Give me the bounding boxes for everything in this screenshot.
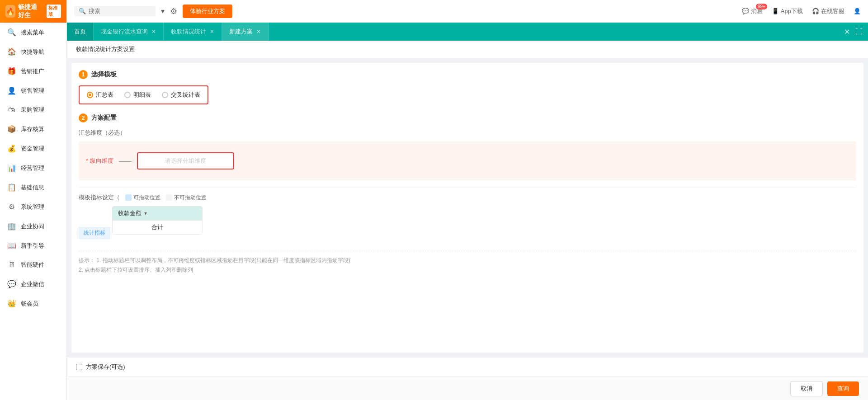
sidebar-item-hardware[interactable]: 🖥 智能硬件 bbox=[0, 255, 66, 274]
sidebar-item-label: 库存核算 bbox=[21, 125, 44, 133]
step1-section: 1 选择模板 汇总表 明细表 交叉统计表 bbox=[79, 70, 856, 104]
cancel-button[interactable]: 取消 bbox=[790, 381, 823, 396]
metrics-grid-header[interactable]: 收款金额 ▾ bbox=[113, 207, 202, 221]
step2-number: 2 bbox=[79, 113, 88, 122]
topbar-right: 💬 消息 99+ 📱 App下载 🎧 在线客服 👤 bbox=[742, 7, 861, 15]
sidebar-logo: 🔥 畅捷通好生 标准版 bbox=[0, 0, 66, 23]
radio-summary[interactable]: 汇总表 bbox=[87, 91, 113, 99]
sidebar-item-member[interactable]: 👑 畅会员 bbox=[0, 294, 66, 313]
page-body: 1 选择模板 汇总表 明细表 交叉统计表 bbox=[71, 63, 863, 353]
draggable-icon bbox=[125, 194, 132, 201]
close-window-icon[interactable]: ✕ bbox=[844, 28, 850, 36]
step2-title: 方案配置 bbox=[91, 114, 117, 122]
sidebar-item-sales[interactable]: 👤 销售管理 bbox=[0, 81, 66, 100]
sidebar-item-search[interactable]: 🔍 搜索菜单 bbox=[0, 23, 66, 42]
trial-button[interactable]: 体验行业方案 bbox=[183, 5, 232, 18]
bottom-bar: 取消 查询 bbox=[67, 376, 868, 400]
metrics-section: 模板指标设定（ 可拖动位置 不可拖动位置 统计指标 收款金额 bbox=[79, 188, 856, 242]
step1-number: 1 bbox=[79, 70, 88, 79]
radio-detail[interactable]: 明细表 bbox=[124, 91, 151, 99]
not-draggable-label: 不可拖动位置 bbox=[174, 194, 207, 202]
page-header: 收款情况统计方案设置 bbox=[67, 41, 868, 58]
radio-label-cross: 交叉统计表 bbox=[171, 91, 200, 99]
metrics-header: 模板指标设定（ 可拖动位置 不可拖动位置 bbox=[79, 193, 856, 202]
tab-new[interactable]: 新建方案 ✕ bbox=[222, 23, 269, 41]
sidebar-item-label: 智能硬件 bbox=[21, 261, 44, 269]
sidebar-item-guide[interactable]: 📖 新手引导 bbox=[0, 236, 66, 255]
search-input[interactable] bbox=[89, 8, 143, 14]
dimension-placeholder[interactable]: 请选择分组维度 bbox=[137, 152, 234, 169]
step2-section: 2 方案配置 汇总维度（必选） * 纵向维度 —— 请选择分组维度 bbox=[79, 113, 856, 274]
monitor-icon: 🖥 bbox=[7, 261, 16, 269]
sidebar-item-purchase[interactable]: 🛍 采购管理 bbox=[0, 100, 66, 119]
bag-icon: 🛍 bbox=[7, 106, 16, 114]
tab-bank[interactable]: 现金银行流水查询 ✕ bbox=[94, 23, 164, 41]
draggable-badge: 可拖动位置 bbox=[125, 194, 160, 202]
sidebar-menu: 🔍 搜索菜单 🏠 快捷导航 🎁 营销推广 👤 销售管理 🛍 采购管理 📦 库存核… bbox=[0, 23, 66, 400]
tab-close-bank[interactable]: ✕ bbox=[151, 28, 156, 35]
chevron-down-icon[interactable]: ▾ bbox=[144, 210, 147, 216]
tab-stats[interactable]: 收款情况统计 ✕ bbox=[164, 23, 222, 41]
sidebar-item-wechat[interactable]: 💬 企业微信 bbox=[0, 274, 66, 294]
sidebar-item-label: 基础信息 bbox=[21, 184, 44, 192]
sidebar-item-label: 系统管理 bbox=[21, 203, 44, 211]
tab-close-stats[interactable]: ✕ bbox=[210, 28, 214, 35]
radio-cross[interactable]: 交叉统计表 bbox=[162, 91, 200, 99]
sidebar-item-system[interactable]: ⚙ 系统管理 bbox=[0, 197, 66, 216]
content-area: 收款情况统计方案设置 1 选择模板 汇总表 明细表 bbox=[67, 41, 868, 376]
sidebar-item-base[interactable]: 📋 基础信息 bbox=[0, 178, 66, 197]
sidebar-item-inventory[interactable]: 📦 库存核算 bbox=[0, 119, 66, 139]
crown-icon: 👑 bbox=[7, 299, 16, 308]
radio-circle-detail bbox=[124, 92, 131, 98]
radio-circle-cross bbox=[162, 92, 168, 98]
page-footer: 方案保存(可选) bbox=[67, 357, 868, 376]
not-draggable-badge: 不可拖动位置 bbox=[166, 194, 207, 202]
sidebar-item-quicknav[interactable]: 🏠 快捷导航 bbox=[0, 42, 66, 61]
support-label: 在线客服 bbox=[821, 7, 844, 15]
metrics-col-header: 收款金额 bbox=[118, 209, 142, 217]
vertical-label: * 纵向维度 bbox=[86, 157, 113, 165]
tab-home[interactable]: 首页 bbox=[67, 23, 94, 41]
tab-close-new[interactable]: ✕ bbox=[256, 28, 261, 35]
sidebar-item-label: 畅会员 bbox=[21, 300, 38, 308]
search-icon: 🔍 bbox=[79, 8, 86, 14]
dimension-subsection: 汇总维度（必选） * 纵向维度 —— 请选择分组维度 bbox=[79, 129, 856, 180]
save-plan-checkbox[interactable] bbox=[76, 364, 82, 370]
sidebar-item-label: 企业微信 bbox=[21, 280, 44, 288]
home-icon: 🏠 bbox=[7, 47, 16, 56]
step2-header: 2 方案配置 bbox=[79, 113, 856, 122]
sidebar-item-operation[interactable]: 📊 经营管理 bbox=[0, 158, 66, 178]
main-area: 🔍 ▾ ⚙ 体验行业方案 💬 消息 99+ 📱 App下载 🎧 在线客服 👤 bbox=[67, 0, 868, 400]
settings-icon[interactable]: ⚙ bbox=[170, 6, 177, 16]
template-options: 汇总表 明细表 交叉统计表 bbox=[79, 85, 208, 104]
download-item[interactable]: 📱 App下载 bbox=[772, 7, 803, 15]
search-icon: 🔍 bbox=[7, 28, 16, 37]
tip-text-1: 提示： 1. 拖动标题栏可以调整布局，不可跨维度或指标区域拖动栏目字段(只能在同… bbox=[79, 257, 350, 264]
not-draggable-icon bbox=[166, 194, 172, 201]
support-item[interactable]: 🎧 在线客服 bbox=[812, 7, 844, 15]
topbar-search-box[interactable]: 🔍 bbox=[74, 6, 156, 16]
book-icon: 📖 bbox=[7, 241, 16, 250]
dropdown-icon[interactable]: ▾ bbox=[161, 7, 165, 15]
notification-item[interactable]: 💬 消息 99+ bbox=[742, 7, 763, 15]
chat-icon: 💬 bbox=[7, 280, 16, 288]
query-button[interactable]: 查询 bbox=[827, 381, 859, 396]
sidebar-item-enterprise[interactable]: 🏢 企业协同 bbox=[0, 216, 66, 236]
sidebar-item-label: 营销推广 bbox=[21, 67, 44, 75]
tip-item-1: 提示： 1. 拖动标题栏可以调整布局，不可跨维度或指标区域拖动栏目字段(只能在同… bbox=[79, 257, 856, 264]
gift-icon: 🎁 bbox=[7, 67, 16, 75]
radio-label-summary: 汇总表 bbox=[96, 91, 113, 99]
user-avatar[interactable]: 👤 bbox=[854, 8, 861, 14]
page-header-text: 收款情况统计方案设置 bbox=[76, 46, 135, 52]
sidebar-item-marketing[interactable]: 🎁 营销推广 bbox=[0, 61, 66, 81]
dimension-row: * 纵向维度 —— 请选择分组维度 bbox=[86, 152, 234, 169]
expand-window-icon[interactable]: ⛶ bbox=[855, 28, 863, 36]
sidebar-item-label: 资金管理 bbox=[21, 145, 44, 153]
sidebar: 🔥 畅捷通好生 标准版 🔍 搜索菜单 🏠 快捷导航 🎁 营销推广 👤 销售管理 … bbox=[0, 0, 67, 400]
gear-icon: ⚙ bbox=[7, 202, 16, 211]
step1-header: 1 选择模板 bbox=[79, 70, 856, 79]
arrow-icon: —— bbox=[119, 157, 132, 165]
support-icon: 🎧 bbox=[812, 8, 819, 14]
sidebar-item-finance[interactable]: 💰 资金管理 bbox=[0, 139, 66, 158]
sidebar-item-label: 快捷导航 bbox=[21, 48, 44, 56]
